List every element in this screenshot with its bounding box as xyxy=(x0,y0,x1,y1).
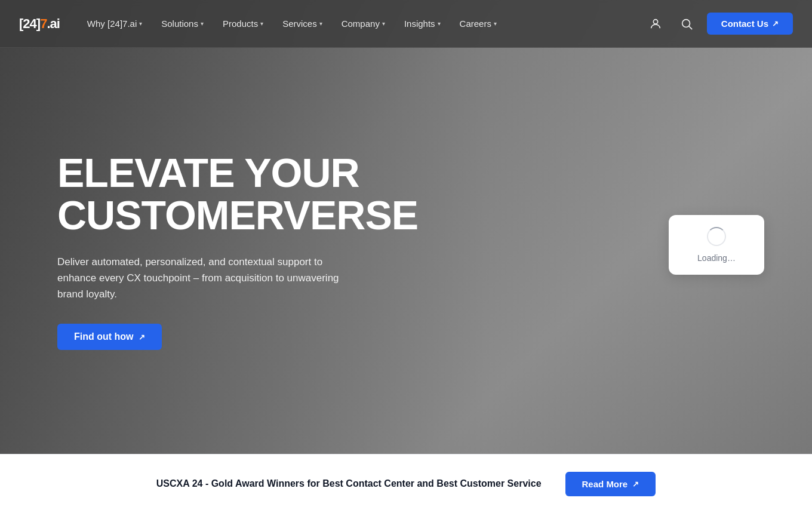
read-more-button[interactable]: Read More ↗ xyxy=(565,472,656,496)
hero-title: ELEVATE YOUR CUSTOMERVERSE xyxy=(57,152,361,237)
hero-section: ELEVATE YOUR CUSTOMERVERSE Deliver autom… xyxy=(0,0,812,454)
banner-award-text: USCXA 24 - Gold Award Winners for Best C… xyxy=(156,478,542,489)
nav-item-products[interactable]: Products ▾ xyxy=(214,14,272,33)
nav-item-careers[interactable]: Careers ▾ xyxy=(451,14,505,33)
logo[interactable]: [24]7.ai xyxy=(19,16,60,32)
chevron-down-icon: ▾ xyxy=(139,20,142,27)
nav-item-services[interactable]: Services ▾ xyxy=(274,14,331,33)
loading-text: Loading… xyxy=(697,253,736,263)
arrow-icon: ↗ xyxy=(139,333,145,342)
bottom-banner: USCXA 24 - Gold Award Winners for Best C… xyxy=(0,454,812,513)
chevron-down-icon: ▾ xyxy=(438,20,441,27)
svg-point-0 xyxy=(653,19,657,23)
chevron-down-icon: ▾ xyxy=(260,20,263,27)
loading-widget: Loading… xyxy=(669,215,764,275)
nav-item-why[interactable]: Why [24]7.ai ▾ xyxy=(79,14,150,33)
hero-content: ELEVATE YOUR CUSTOMERVERSE Deliver autom… xyxy=(0,104,418,350)
svg-line-2 xyxy=(689,26,692,29)
nav-item-insights[interactable]: Insights ▾ xyxy=(396,14,449,33)
nav-links: Why [24]7.ai ▾ Solutions ▾ Products ▾ Se… xyxy=(79,14,645,33)
chevron-down-icon: ▾ xyxy=(201,20,204,27)
loading-spinner xyxy=(707,227,726,246)
nav-actions: Contact Us ↗ xyxy=(645,13,793,35)
navbar: [24]7.ai Why [24]7.ai ▾ Solutions ▾ Prod… xyxy=(0,0,812,48)
arrow-icon: ↗ xyxy=(772,19,779,28)
chevron-down-icon: ▾ xyxy=(382,20,385,27)
account-icon-button[interactable] xyxy=(645,13,666,35)
logo-text: [24]7.ai xyxy=(19,16,60,32)
nav-item-company[interactable]: Company ▾ xyxy=(333,14,393,33)
nav-item-solutions[interactable]: Solutions ▾ xyxy=(153,14,212,33)
chevron-down-icon: ▾ xyxy=(319,20,322,27)
search-icon-button[interactable] xyxy=(676,13,697,35)
svg-point-1 xyxy=(682,19,690,27)
arrow-icon: ↗ xyxy=(632,480,639,489)
find-out-how-button[interactable]: Find out how ↗ xyxy=(57,324,162,350)
chevron-down-icon: ▾ xyxy=(494,20,497,27)
hero-subtitle: Deliver automated, personalized, and con… xyxy=(57,254,361,303)
contact-us-button[interactable]: Contact Us ↗ xyxy=(707,13,793,35)
